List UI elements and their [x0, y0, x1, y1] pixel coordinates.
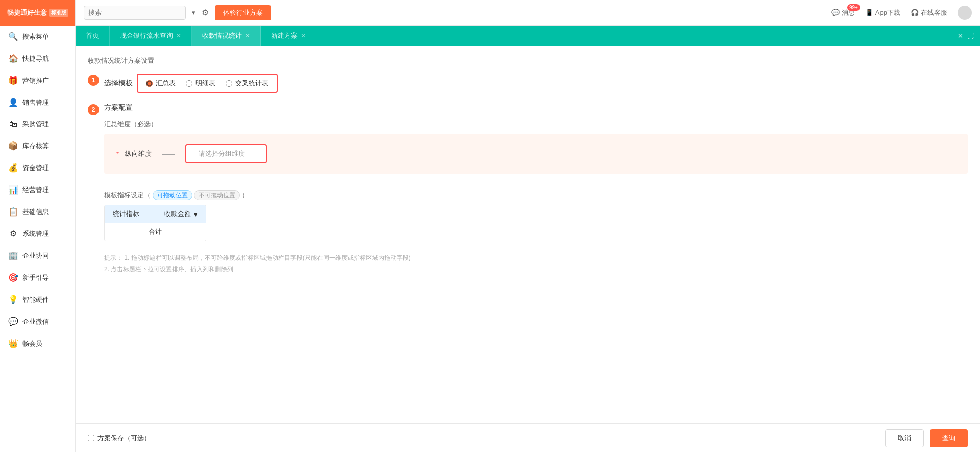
page-container: 收款情况统计方案设置 1 选择模板 汇总表 — [76, 46, 980, 423]
box-icon: 📦 — [8, 141, 18, 151]
tab-new-plan-label: 新建方案 — [271, 31, 298, 40]
tab-new-plan[interactable]: 新建方案 ✕ — [261, 26, 316, 46]
metric-name: 收款金额 — [164, 209, 191, 219]
online-service-btn[interactable]: 🎧 在线客服 — [911, 8, 947, 17]
dimension-area: * 纵向维度 —— 请选择分组维度 — [104, 134, 968, 174]
step1-section: 1 选择模板 汇总表 明细表 — [88, 74, 968, 93]
radio-cross[interactable]: 交叉统计表 — [226, 79, 268, 88]
radio-input-summary[interactable] — [146, 80, 153, 87]
step2-title: 方案配置 — [104, 103, 968, 112]
detail-label: 明细表 — [195, 79, 215, 88]
save-checkbox-input[interactable] — [88, 435, 94, 441]
sidebar-item-member[interactable]: 👑 畅会员 — [0, 332, 75, 354]
building-icon: 🏢 — [8, 251, 18, 260]
step1-content: 选择模板 汇总表 明细表 — [104, 74, 968, 93]
step2-section: 2 方案配置 汇总维度（必选） * 纵向维度 —— 请选择分组维度 — [88, 103, 968, 275]
settings-icon[interactable]: ⚙ — [202, 8, 209, 17]
sidebar-label: 经营管理 — [22, 185, 49, 195]
sidebar-item-system[interactable]: ⚙ 系统管理 — [0, 223, 75, 245]
cross-label: 交叉统计表 — [235, 79, 268, 88]
sidebar-label: 库存核算 — [22, 141, 49, 151]
close-icon[interactable]: ✕ — [301, 32, 306, 39]
close-icon[interactable]: ✕ — [176, 32, 181, 39]
sidebar-item-corp-collab[interactable]: 🏢 企业协同 — [0, 245, 75, 267]
sidebar-label: 企业协同 — [22, 251, 49, 260]
arrow-icon: —— — [162, 150, 175, 158]
sidebar-item-newbie[interactable]: 🎯 新手引导 — [0, 267, 75, 289]
message-btn[interactable]: 💬 消息 99+ — [831, 8, 855, 17]
tab-home-label: 首页 — [86, 31, 99, 40]
sidebar-label: 采购管理 — [22, 120, 49, 129]
chart-icon: 📊 — [8, 185, 18, 195]
divider — [104, 182, 968, 182]
hint-1: 提示： 1. 拖动标题栏可以调整布局，不可跨维度或指标区域拖动栏目字段(只能在同… — [104, 253, 968, 264]
sidebar-label: 资金管理 — [22, 163, 49, 173]
sidebar-label: 系统管理 — [22, 229, 49, 239]
sidebar-label: 基础信息 — [22, 207, 49, 217]
dropdown-metric-icon[interactable]: ▾ — [194, 210, 198, 218]
vertical-dim-label: 纵向维度 — [125, 149, 152, 158]
cancel-button[interactable]: 取消 — [885, 429, 924, 447]
nav-close-icon[interactable]: ✕ — [958, 32, 963, 40]
app-download-btn[interactable]: 📱 App下载 — [865, 8, 900, 17]
tab-cash-bank[interactable]: 现金银行流水查询 ✕ — [110, 26, 192, 46]
badge-count: 99+ — [847, 4, 860, 11]
sidebar-label: 快捷导航 — [22, 54, 49, 63]
radio-detail[interactable]: 明细表 — [186, 79, 215, 88]
sidebar-item-quick-nav[interactable]: 🏠 快捷导航 — [0, 47, 75, 69]
sidebar-item-purchase[interactable]: 🛍 采购管理 — [0, 113, 75, 135]
metrics-table-header: 统计指标 收款金额 ▾ — [105, 205, 206, 223]
avatar[interactable] — [958, 6, 972, 20]
phone-icon: 📱 — [865, 9, 873, 16]
metrics-table: 统计指标 收款金额 ▾ 合计 — [104, 205, 206, 241]
sidebar: 畅捷通好生意 标准版 🔍 搜索菜单 🏠 快捷导航 🎁 营销推广 👤 销售管理 🛍… — [0, 0, 76, 452]
sidebar-label: 新手引导 — [22, 273, 49, 282]
save-checkbox[interactable]: 方案保存（可选） — [88, 434, 151, 443]
metric-subtotal-cell: 合计 — [105, 223, 206, 241]
sidebar-item-smart-hw[interactable]: 💡 智能硬件 — [0, 289, 75, 311]
chat-icon: 💬 — [8, 317, 18, 326]
non-draggable-tag: 不可拖动位置 — [194, 190, 240, 200]
dimension-select[interactable]: 请选择分组维度 — [185, 144, 267, 163]
query-button[interactable]: 查询 — [930, 429, 968, 447]
radio-input-cross[interactable] — [226, 80, 232, 87]
sidebar-label: 销售管理 — [22, 98, 49, 107]
sidebar-label: 畅会员 — [22, 339, 42, 348]
step1-title: 选择模板 — [104, 79, 133, 88]
radio-summary[interactable]: 汇总表 — [146, 79, 176, 88]
bag-icon: 🛍 — [8, 120, 18, 129]
money-icon: 💰 — [8, 163, 18, 173]
sidebar-item-inventory[interactable]: 📦 库存核算 — [0, 135, 75, 157]
dimension-placeholder: 请选择分组维度 — [199, 150, 245, 157]
sidebar-item-search-menu[interactable]: 🔍 搜索菜单 — [0, 26, 75, 47]
sidebar-item-operation[interactable]: 📊 经营管理 — [0, 179, 75, 201]
tab-collection-stats[interactable]: 收款情况统计 ✕ — [192, 26, 261, 46]
search-menu-icon: 🔍 — [8, 32, 18, 41]
save-label: 方案保存（可选） — [97, 434, 151, 443]
sidebar-item-marketing[interactable]: 🎁 营销推广 — [0, 69, 75, 91]
sidebar-item-base-info[interactable]: 📋 基础信息 — [0, 201, 75, 223]
dimension-row: * 纵向维度 —— 请选择分组维度 — [116, 144, 955, 163]
gear-icon: ⚙ — [8, 229, 18, 239]
dropdown-arrow-icon[interactable]: ▾ — [192, 9, 195, 16]
trial-btn[interactable]: 体验行业方案 — [215, 5, 271, 20]
close-icon[interactable]: ✕ — [245, 32, 250, 39]
metrics-header: 模板指标设定（ 可拖动位置 不可拖动位置 ） — [104, 191, 968, 200]
nav-expand-icon[interactable]: ⛶ — [967, 32, 974, 40]
sidebar-item-finance[interactable]: 💰 资金管理 — [0, 157, 75, 179]
content-area: 收款情况统计方案设置 1 选择模板 汇总表 — [76, 46, 980, 423]
search-input[interactable] — [84, 6, 186, 20]
sidebar-item-corp-wechat[interactable]: 💬 企业微信 — [0, 311, 75, 332]
tab-collection-stats-label: 收款情况统计 — [202, 31, 242, 40]
step2-content: 方案配置 汇总维度（必选） * 纵向维度 —— 请选择分组维度 — [104, 103, 968, 275]
hints-area: 提示： 1. 拖动标题栏可以调整布局，不可跨维度或指标区域拖动栏目字段(只能在同… — [104, 253, 968, 275]
sidebar-label: 搜索菜单 — [22, 32, 49, 41]
main-area: ▾ ⚙ 体验行业方案 💬 消息 99+ 📱 App下载 🎧 在线客服 首页 — [76, 0, 980, 452]
headset-icon: 🎧 — [911, 9, 919, 16]
hint-2: 2. 点击标题栏下拉可设置排序、插入列和删除列 — [104, 264, 968, 275]
gift-icon: 🎁 — [8, 76, 18, 85]
template-selector: 汇总表 明细表 交叉统计表 — [137, 74, 278, 93]
radio-input-detail[interactable] — [186, 80, 192, 87]
tab-home[interactable]: 首页 — [76, 26, 110, 46]
sidebar-item-sales[interactable]: 👤 销售管理 — [0, 91, 75, 113]
